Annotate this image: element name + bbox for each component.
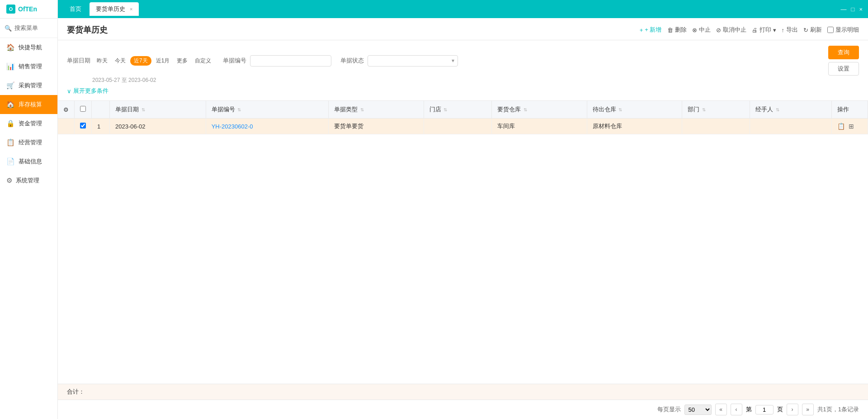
close-icon[interactable]: × bbox=[859, 6, 863, 13]
sidebar-item-inventory[interactable]: 🏠 库存核算 bbox=[0, 95, 57, 114]
sidebar-search-label: 搜索菜单 bbox=[14, 24, 38, 32]
doc-number-link[interactable]: YH-20230602-0 bbox=[212, 123, 253, 130]
sidebar-item-label: 库存核算 bbox=[19, 100, 42, 109]
topbar-window-controls: — □ × bbox=[841, 6, 863, 13]
date-filter-group: 单据日期 昨天 今天 近7天 近1月 更多 自定义 bbox=[67, 56, 214, 66]
minimize-icon[interactable]: — bbox=[841, 6, 847, 13]
maximize-icon[interactable]: □ bbox=[851, 6, 855, 13]
date-btn-more[interactable]: 更多 bbox=[174, 56, 190, 66]
tab-home[interactable]: 首页 bbox=[63, 2, 88, 16]
sidebar-item-finance[interactable]: 🔒 资金管理 bbox=[0, 114, 57, 133]
sidebar-item-label: 基础信息 bbox=[19, 157, 42, 166]
tab-close-icon[interactable]: × bbox=[130, 6, 132, 12]
refresh-label: 刷新 bbox=[810, 26, 822, 34]
sidebar-item-quick-nav[interactable]: 🏠 快捷导航 bbox=[0, 38, 57, 57]
col-index bbox=[92, 101, 110, 119]
next-page-btn[interactable]: › bbox=[787, 404, 798, 415]
per-page-select[interactable]: 50 100 200 bbox=[684, 405, 712, 415]
main-area: 首页 要货单历史 × — □ × 要货单历史 + + 新增 🗑 删除 bbox=[58, 0, 868, 419]
col-doc-type[interactable]: 单据类型 ⇅ bbox=[329, 101, 424, 119]
filter-area: 单据日期 昨天 今天 近7天 近1月 更多 自定义 单据编号 bbox=[58, 40, 868, 101]
date-btn-custom[interactable]: 自定义 bbox=[192, 56, 214, 66]
col-operations: 操作 bbox=[832, 101, 868, 119]
sidebar-item-label: 经营管理 bbox=[19, 138, 42, 147]
stop-icon: ⊗ bbox=[692, 27, 697, 33]
status-select-wrapper: ▾ bbox=[368, 55, 458, 67]
stop-label: 中止 bbox=[699, 26, 711, 34]
col-pending-warehouse[interactable]: 待出仓库 ⇅ bbox=[587, 101, 682, 119]
page-input[interactable] bbox=[755, 405, 774, 414]
new-icon: + bbox=[640, 27, 643, 33]
prev-page-btn[interactable]: ‹ bbox=[731, 404, 742, 415]
per-page-label: 每页显示 bbox=[657, 405, 681, 414]
tab-home-label: 首页 bbox=[70, 5, 81, 13]
edit-icon[interactable]: ⊞ bbox=[849, 123, 854, 130]
show-detail-button[interactable]: 显示明细 bbox=[827, 26, 859, 34]
sidebar-search[interactable]: 🔍 搜索菜单 bbox=[0, 19, 57, 38]
expand-more-btn[interactable]: ∨ 展开更多条件 bbox=[67, 87, 859, 95]
date-btn-7days[interactable]: 近7天 bbox=[130, 56, 151, 66]
first-page-icon: « bbox=[719, 406, 722, 413]
settings-button[interactable]: 设置 bbox=[828, 62, 859, 76]
date-btn-today[interactable]: 今天 bbox=[112, 56, 128, 66]
sort-icon-doc-type: ⇅ bbox=[360, 107, 364, 112]
status-label: 单据状态 bbox=[340, 57, 364, 65]
date-btn-yesterday[interactable]: 昨天 bbox=[94, 56, 110, 66]
cell-checkbox bbox=[75, 119, 92, 134]
print-button[interactable]: 🖨 打印 ▾ bbox=[752, 26, 776, 34]
date-btn-1month[interactable]: 近1月 bbox=[153, 56, 173, 66]
sidebar-item-system[interactable]: ⚙ 系统管理 bbox=[0, 171, 57, 190]
data-table: ⚙ 单据日期 ⇅ 单据编号 ⇅ bbox=[58, 101, 868, 134]
cancel-stop-icon: ⊘ bbox=[716, 27, 721, 33]
sort-icon-doc-number: ⇅ bbox=[237, 107, 241, 112]
sidebar-item-basic[interactable]: 📄 基础信息 bbox=[0, 152, 57, 171]
doc-number-input[interactable] bbox=[250, 55, 331, 67]
table-area: ⚙ 单据日期 ⇅ 单据编号 ⇅ bbox=[58, 101, 868, 384]
sidebar-item-sales[interactable]: 📊 销售管理 bbox=[0, 57, 57, 76]
sidebar-item-label: 采购管理 bbox=[19, 81, 42, 90]
print-label: 打印 bbox=[760, 26, 771, 34]
col-department[interactable]: 部门 ⇅ bbox=[682, 101, 750, 119]
stop-button[interactable]: ⊗ 中止 bbox=[692, 26, 711, 34]
sidebar-item-purchase[interactable]: 🛒 采购管理 bbox=[0, 76, 57, 95]
delete-button[interactable]: 🗑 删除 bbox=[667, 26, 687, 34]
chevron-down-icon: ∨ bbox=[67, 88, 71, 95]
col-store[interactable]: 门店 ⇅ bbox=[424, 101, 491, 119]
show-detail-checkbox[interactable] bbox=[827, 27, 834, 33]
view-icon[interactable]: 📋 bbox=[837, 123, 845, 130]
cell-req-warehouse: 车间库 bbox=[492, 119, 587, 134]
col-handler[interactable]: 经手人 ⇅ bbox=[750, 101, 832, 119]
col-doc-number[interactable]: 单据编号 ⇅ bbox=[206, 101, 328, 119]
query-button[interactable]: 查询 bbox=[828, 46, 859, 59]
sidebar-item-operations[interactable]: 📋 经营管理 bbox=[0, 133, 57, 152]
col-settings: ⚙ bbox=[58, 101, 75, 119]
clipboard-icon: 📋 bbox=[6, 138, 15, 147]
select-all-checkbox[interactable] bbox=[80, 106, 86, 112]
sort-icon-department: ⇅ bbox=[702, 107, 706, 112]
cancel-stop-button[interactable]: ⊘ 取消中止 bbox=[716, 26, 746, 34]
cell-department bbox=[682, 119, 750, 134]
last-page-btn[interactable]: » bbox=[802, 404, 814, 415]
first-page-btn[interactable]: « bbox=[715, 404, 727, 415]
chart-icon: 📊 bbox=[6, 62, 15, 71]
tab-active[interactable]: 要货单历史 × bbox=[90, 2, 139, 16]
inventory-icon: 🏠 bbox=[6, 100, 15, 109]
refresh-button[interactable]: ↻ 刷新 bbox=[803, 26, 822, 34]
lock-icon: 🔒 bbox=[6, 119, 15, 128]
col-req-warehouse[interactable]: 要货仓库 ⇅ bbox=[492, 101, 587, 119]
cell-handler bbox=[750, 119, 832, 134]
row-checkbox[interactable] bbox=[80, 123, 86, 129]
table-row: 1 2023-06-02 YH-20230602-0 要货单要货 车间库 原材料… bbox=[58, 119, 868, 134]
page-title: 要货单历史 bbox=[67, 24, 108, 35]
cell-store bbox=[424, 119, 491, 134]
col-doc-date[interactable]: 单据日期 ⇅ bbox=[110, 101, 206, 119]
pagination-info: 共1页，1条记录 bbox=[817, 405, 859, 414]
date-range-text: 2023-05-27 至 2023-06-02 bbox=[92, 77, 156, 83]
settings-gear-icon[interactable]: ⚙ bbox=[63, 106, 69, 113]
last-page-icon: » bbox=[806, 406, 809, 413]
brand-text: OfTEn bbox=[18, 5, 37, 13]
status-select[interactable] bbox=[368, 55, 458, 67]
export-button[interactable]: ↑ 导出 bbox=[782, 26, 798, 34]
print-dropdown-icon: ▾ bbox=[773, 27, 776, 33]
new-button[interactable]: + + 新增 bbox=[640, 26, 662, 34]
